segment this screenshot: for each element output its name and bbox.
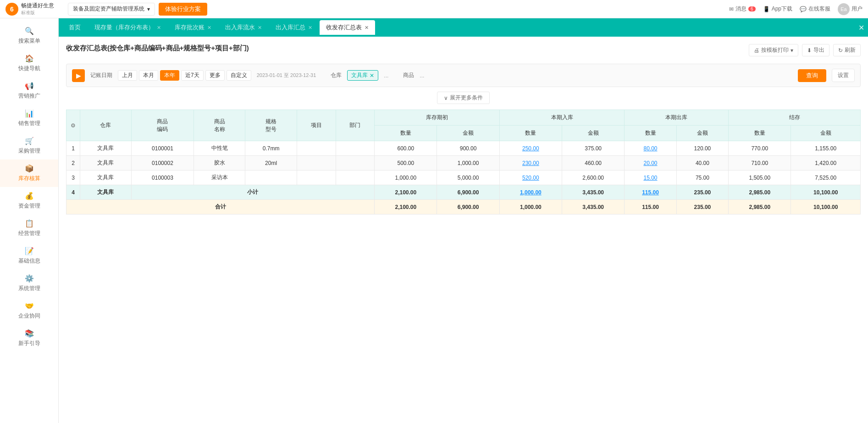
- sidebar-item-sales[interactable]: 📊 销售管理: [0, 104, 58, 132]
- service-icon: 💬: [800, 6, 807, 12]
- col-out-qty-header: 数量: [625, 126, 676, 141]
- tab-inventory-dist-close[interactable]: ✕: [157, 25, 161, 31]
- tab-in-out-summary-close[interactable]: ✕: [308, 25, 312, 31]
- warehouse-tag-remove[interactable]: ✕: [370, 72, 374, 79]
- tab-in-out-flow-close[interactable]: ✕: [258, 25, 262, 31]
- system-name-selector[interactable]: 装备及固定资产辅助管理系统 ▾: [68, 3, 155, 16]
- total-row: 合计 2,100.00 6,900.00 1,000.00 3,435.00 1…: [66, 200, 861, 214]
- total-in-amt: 3,435.00: [562, 200, 625, 214]
- online-service-button[interactable]: 💬 在线客服: [800, 5, 830, 13]
- tab-recv-send-summary-close[interactable]: ✕: [365, 25, 369, 31]
- date-btn-more[interactable]: 更多: [205, 70, 225, 81]
- total-opening-qty: 2,100.00: [375, 200, 437, 214]
- row-goods-name: 胶水: [194, 156, 245, 170]
- user-avatar: Ea: [838, 3, 850, 15]
- row-out-qty[interactable]: 15.00: [625, 170, 676, 185]
- sidebar-item-finance[interactable]: 💰 资金管理: [0, 187, 58, 214]
- table-row: 3 文具库 0100003 采访本 1,000.00 5,000.00 520.…: [66, 170, 861, 185]
- newbie-icon: 📚: [25, 329, 34, 338]
- sidebar-item-inventory[interactable]: 📦 库存核算: [0, 159, 58, 187]
- expand-more-button[interactable]: ∨ 展开更多条件: [437, 92, 490, 104]
- top-bar-right: ✉ 消息 6 📱 App下载 💬 在线客服 Ea 用户: [729, 3, 862, 15]
- row-project: [297, 156, 336, 170]
- sidebar-item-system[interactable]: ⚙️ 系统管理: [0, 269, 58, 297]
- goods-more[interactable]: ...: [420, 72, 424, 79]
- subtotal-out-amt: 235.00: [676, 185, 728, 200]
- row-out-amt: 40.00: [676, 156, 728, 170]
- print-template-button[interactable]: 🖨 按模板打印 ▾: [749, 44, 798, 56]
- tab-in-out-flow[interactable]: 出入库流水 ✕: [219, 20, 268, 35]
- tab-home[interactable]: 首页: [62, 20, 87, 35]
- row-out-qty[interactable]: 20.00: [625, 156, 676, 170]
- row-out-amt: 75.00: [676, 170, 728, 185]
- sidebar-item-purchase[interactable]: 🛒 采购管理: [0, 132, 58, 159]
- tab-recv-send-summary[interactable]: 收发存汇总表 ✕: [320, 20, 375, 35]
- logo-title-line1: 畅捷通好生意: [21, 2, 54, 10]
- tab-close-all[interactable]: ✕: [858, 23, 864, 32]
- subtotal-in-qty[interactable]: 1,000.00: [499, 185, 562, 200]
- sidebar-item-quick-nav[interactable]: 🏠 快捷导航: [0, 49, 58, 77]
- row-in-qty[interactable]: 520.00: [499, 170, 562, 185]
- subtotal-in-amt: 3,435.00: [562, 185, 625, 200]
- logo-text: 畅捷通好生意 标准版: [21, 2, 54, 16]
- date-btn-this-year[interactable]: 本年: [160, 70, 179, 81]
- date-btn-custom[interactable]: 自定义: [227, 70, 251, 81]
- date-btn-this-month[interactable]: 本月: [139, 70, 158, 81]
- settings-button[interactable]: 设置: [832, 69, 855, 82]
- logo-title-line2: 标准版: [21, 10, 54, 16]
- date-btn-last-month[interactable]: 上月: [118, 70, 137, 81]
- message-button[interactable]: ✉ 消息 6: [729, 5, 756, 13]
- message-label: 消息: [735, 5, 746, 13]
- tab-in-out-summary[interactable]: 出入库汇总 ✕: [269, 20, 319, 35]
- tab-in-out-summary-label: 出入库汇总: [276, 23, 305, 32]
- sidebar-item-operations[interactable]: 📋 经营管理: [0, 214, 58, 242]
- row-closing-qty: 710.00: [729, 156, 791, 170]
- filter-expand-button[interactable]: ▶: [72, 69, 85, 82]
- sidebar-item-enterprise[interactable]: 🤝 企业协同: [0, 297, 58, 324]
- col-in-header: 本期入库: [499, 110, 625, 126]
- warehouse-more[interactable]: ...: [384, 72, 388, 79]
- header-right-actions: 🖨 按模板打印 ▾ ⬇ 导出 ↻ 刷新: [749, 44, 861, 56]
- tab-batch-account[interactable]: 库存批次账 ✕: [168, 20, 218, 35]
- expand-icon: ∨: [444, 95, 448, 101]
- sidebar-label-inventory: 库存核算: [18, 175, 40, 182]
- top-bar-left: 6 畅捷通好生意 标准版 装备及固定资产辅助管理系统 ▾ 体验行业方案: [6, 2, 207, 16]
- row-goods-spec: 0.7mm: [245, 141, 297, 156]
- row-warehouse: 文具库: [80, 170, 132, 185]
- sidebar-label-finance: 资金管理: [18, 202, 40, 210]
- row-goods-spec: 20ml: [245, 156, 297, 170]
- tab-inventory-dist[interactable]: 现存量（库存分布表） ✕: [88, 20, 167, 35]
- col-goods-name-header: 商品名称: [194, 110, 245, 141]
- content-area: 首页 现存量（库存分布表） ✕ 库存批次账 ✕ 出入库流水 ✕ 出入库汇总 ✕: [59, 18, 868, 423]
- sidebar-item-search[interactable]: 🔍 搜索菜单: [0, 22, 58, 49]
- tab-batch-account-close[interactable]: ✕: [207, 25, 211, 31]
- date-options: 上月 本月 本年 近7天 更多 自定义: [118, 70, 251, 81]
- main-layout: 🔍 搜索菜单 🏠 快捷导航 📢 营销推广 📊 销售管理 🛒 采购管理 📦: [0, 18, 868, 423]
- row-project: [297, 170, 336, 185]
- sidebar-item-marketing[interactable]: 📢 营销推广: [0, 77, 58, 104]
- row-in-qty[interactable]: 230.00: [499, 156, 562, 170]
- subtotal-out-qty[interactable]: 115.00: [625, 185, 676, 200]
- row-goods-name: 中性笔: [194, 141, 245, 156]
- sidebar-item-newbie[interactable]: 📚 新手引导: [0, 324, 58, 352]
- export-button[interactable]: ⬇ 导出: [802, 44, 829, 56]
- table-settings-icon[interactable]: ⚙: [71, 122, 76, 129]
- filter-bar: ▶ 记账日期 上月 本月 本年 近7天 更多 自定义 2023-01-01 至 …: [66, 64, 861, 87]
- col-in-qty-header: 数量: [499, 126, 562, 141]
- sidebar-label-sales: 销售管理: [18, 120, 40, 127]
- total-closing-qty: 2,985.00: [729, 200, 791, 214]
- sidebar-item-basic-info[interactable]: 📝 基础信息: [0, 242, 58, 269]
- refresh-button[interactable]: ↻ 刷新: [833, 44, 861, 56]
- col-opening-qty-header: 数量: [375, 126, 437, 141]
- row-goods-spec: [245, 170, 297, 185]
- row-in-qty[interactable]: 250.00: [499, 141, 562, 156]
- query-button[interactable]: 查询: [798, 69, 826, 82]
- user-menu[interactable]: Ea 用户: [838, 3, 862, 15]
- operations-icon: 📋: [25, 219, 34, 228]
- date-btn-7days[interactable]: 近7天: [181, 70, 204, 81]
- app-download-button[interactable]: 📱 App下载: [763, 5, 792, 13]
- trial-button[interactable]: 体验行业方案: [159, 3, 207, 16]
- row-out-qty[interactable]: 80.00: [625, 141, 676, 156]
- data-table: ⚙ 仓库 商品编码 商品名称 规格型号 项目 部门 库存期初 本期入库 本期出库…: [66, 110, 861, 214]
- row-opening-qty: 500.00: [375, 156, 437, 170]
